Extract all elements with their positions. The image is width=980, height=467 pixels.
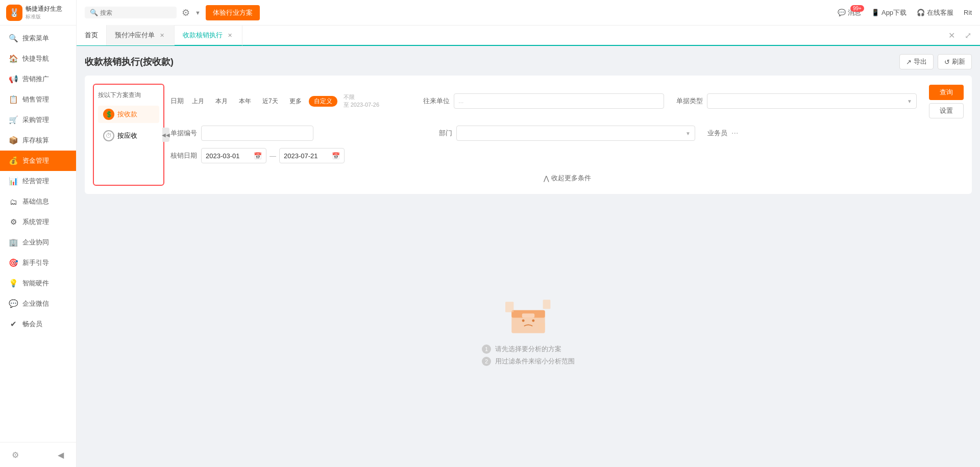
- sidebar-item-enterprise[interactable]: 🏢 企业协同: [0, 232, 76, 253]
- tab-home[interactable]: 首页: [77, 25, 107, 45]
- receivable-icon: ⏱: [103, 130, 114, 141]
- date-to-text: 至 2023-07-26: [344, 101, 379, 109]
- btn-custom-date[interactable]: 自定义: [309, 96, 337, 107]
- btn-this-year[interactable]: 本年: [235, 96, 255, 107]
- collapse-icon: ⋀: [544, 175, 549, 182]
- tab-close-prepay[interactable]: ✕: [158, 31, 166, 39]
- sidebar-item-marketing[interactable]: 📢 营销推广: [0, 69, 76, 89]
- filter-option-by-receivable[interactable]: ⏱ 按应收: [98, 127, 159, 144]
- logo-text: 畅捷通好生意 标准版: [26, 5, 62, 20]
- sidebar-item-business[interactable]: 📊 经营管理: [0, 171, 76, 191]
- date-unlimited-text: 不限: [344, 93, 379, 101]
- search-box[interactable]: 🔍: [85, 7, 177, 18]
- salesperson-dots-icon[interactable]: ···: [731, 129, 738, 138]
- dropdown-arrow-icon[interactable]: ▼: [195, 10, 201, 16]
- query-button[interactable]: 查询: [929, 85, 964, 100]
- service-icon: 🎧: [917, 9, 925, 16]
- sidebar-item-search-menu[interactable]: 🔍 搜索菜单: [0, 28, 76, 48]
- maximize-tab-btn[interactable]: ⤢: [961, 28, 975, 42]
- btn-last-month[interactable]: 上月: [188, 96, 208, 107]
- app-download-btn[interactable]: 📱 App下载: [871, 8, 906, 17]
- sidebar-item-inventory[interactable]: 📦 库存核算: [0, 130, 76, 151]
- sidebar-item-sales[interactable]: 📋 销售管理: [0, 89, 76, 110]
- settings-button[interactable]: 设置: [929, 103, 964, 118]
- dept-label: 部门: [439, 129, 452, 138]
- export-button[interactable]: ↗ 导出: [899, 54, 934, 69]
- topbar-right: 💬 消息 99+ 📱 App下载 🎧 在线客服 Rit: [838, 8, 972, 17]
- btn-last-7-days[interactable]: 近7天: [258, 96, 282, 107]
- date-field: 日期 上月 本月 本年 近7天 更多 自定义 不限 至 2023-07-26: [170, 93, 411, 109]
- btn-more-dates[interactable]: 更多: [285, 96, 306, 107]
- sidebar-item-guide[interactable]: 🎯 新手引导: [0, 253, 76, 273]
- message-btn[interactable]: 💬 消息 99+: [838, 8, 861, 17]
- filter-option-by-receipt[interactable]: 💲 按收款: [98, 106, 159, 123]
- sidebar-item-wechat[interactable]: 💬 企业微信: [0, 293, 76, 314]
- phone-icon: 📱: [871, 9, 879, 16]
- chevron-down-icon: ▼: [907, 99, 912, 104]
- collapse-sidebar-icon[interactable]: ◀: [54, 448, 68, 462]
- sidebar-item-quick-nav[interactable]: 🏠 快捷导航: [0, 48, 76, 69]
- btn-this-month[interactable]: 本月: [211, 96, 232, 107]
- verify-date-end-input[interactable]: [284, 152, 330, 160]
- online-service-btn[interactable]: 🎧 在线客服: [917, 8, 953, 17]
- industry-btn[interactable]: 体验行业方案: [206, 5, 260, 20]
- search-icon: 🔍: [8, 33, 18, 43]
- page-title: 收款核销执行(按收款): [85, 56, 174, 68]
- collapse-filter-btn[interactable]: ◀◀: [162, 128, 169, 142]
- doc-no-field: 单据编号: [170, 126, 427, 141]
- sidebar-item-finance[interactable]: 💰 资金管理: [0, 151, 76, 171]
- verify-date-end[interactable]: 📅: [279, 148, 345, 163]
- business-icon: 📊: [8, 176, 18, 186]
- filter-row-1: 日期 上月 本月 本年 近7天 更多 自定义 不限 至 2023-07-26: [170, 84, 964, 118]
- sales-icon: 📋: [8, 94, 18, 105]
- date-range-separator: —: [270, 152, 276, 160]
- sidebar-item-member[interactable]: ✔ 畅会员: [0, 314, 76, 334]
- empty-state: 1 请先选择要分析的方案 2 用过滤条件来缩小分析范围: [85, 200, 972, 459]
- tab-receipt-verify[interactable]: 收款核销执行 ✕: [175, 26, 242, 46]
- verify-date-start[interactable]: 📅: [201, 148, 266, 163]
- filter-fields: 日期 上月 本月 本年 近7天 更多 自定义 不限 至 2023-07-26: [170, 84, 964, 186]
- doc-no-input[interactable]: [201, 126, 313, 141]
- refresh-button[interactable]: ↺ 刷新: [938, 54, 972, 69]
- query-buttons: 查询 设置: [929, 84, 964, 118]
- dept-field: 部门 ▼: [439, 126, 695, 141]
- finance-icon: 💰: [8, 156, 18, 166]
- enterprise-icon: 🏢: [8, 237, 18, 248]
- search-input[interactable]: [100, 9, 166, 16]
- verify-date-start-input[interactable]: [206, 152, 252, 160]
- empty-tip-1: 1 请先选择要分析的方案: [482, 345, 575, 354]
- svg-rect-7: [538, 323, 545, 330]
- sidebar-item-purchase[interactable]: 🛒 采购管理: [0, 110, 76, 130]
- verify-date-label: 核销日期: [170, 151, 197, 160]
- topbar-left: 🔍 ⚙ ▼ 体验行业方案: [85, 5, 260, 20]
- page-header: 收款核销执行(按收款) ↗ 导出 ↺ 刷新: [85, 54, 972, 69]
- sidebar-item-smart-hw[interactable]: 💡 智能硬件: [0, 273, 76, 293]
- wechat-icon: 💬: [8, 299, 18, 309]
- calendar-end-icon: 📅: [332, 152, 340, 160]
- verify-date-field: 核销日期 📅 — 📅: [170, 148, 964, 163]
- guide-icon: 🎯: [8, 258, 18, 268]
- sidebar-footer: ⚙ ◀: [0, 442, 76, 467]
- dept-select[interactable]: ▼: [456, 126, 695, 141]
- gear-icon[interactable]: ⚙: [182, 7, 190, 18]
- search-icon: 🔍: [90, 9, 98, 16]
- sidebar-item-system[interactable]: ⚙ 系统管理: [0, 212, 76, 232]
- close-tab-btn[interactable]: ✕: [944, 28, 959, 42]
- purchase-icon: 🛒: [8, 115, 18, 125]
- filter-row-2: 单据编号 部门 ▼ 业务员 ···: [170, 126, 964, 141]
- page-actions: ↗ 导出 ↺ 刷新: [899, 54, 972, 69]
- sidebar-item-basic-info[interactable]: 🗂 基础信息: [0, 191, 76, 212]
- tab-prepay[interactable]: 预付冲应付单 ✕: [107, 25, 175, 45]
- salesperson-label: 业务员: [707, 129, 727, 138]
- message-badge: 99+: [850, 5, 864, 12]
- counterpart-select[interactable]: ...: [454, 93, 664, 109]
- doc-type-select[interactable]: ▼: [707, 93, 917, 109]
- user-avatar[interactable]: Rit: [964, 9, 972, 16]
- settings-footer-icon[interactable]: ⚙: [8, 448, 22, 462]
- svg-rect-5: [505, 302, 513, 312]
- empty-tip-2: 2 用过滤条件来缩小分析范围: [482, 357, 575, 366]
- topbar: 🔍 ⚙ ▼ 体验行业方案 💬 消息 99+ 📱 App下载 🎧 在线客服 Ri: [77, 0, 980, 26]
- logo-icon: 🐰: [6, 5, 22, 21]
- tab-close-receipt-verify[interactable]: ✕: [226, 31, 234, 39]
- collapse-more-btn[interactable]: ⋀ 收起更多条件: [170, 170, 964, 186]
